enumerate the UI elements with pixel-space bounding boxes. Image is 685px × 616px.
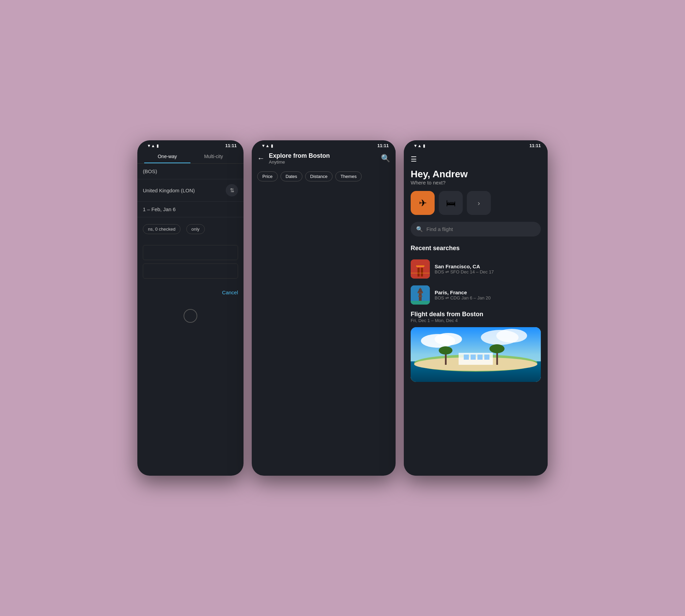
status-icons-3: ▼▲ ▮ [413,143,425,148]
battery-icon-3: ▮ [423,143,425,148]
paris-thumbnail [411,285,430,305]
signal-icon-3: ▼▲ [413,143,422,148]
greeting: Hey, Andrew Where to next? [404,166,548,191]
deals-section: Flight deals from Boston Fri, Dec 1 – Mo… [404,308,548,382]
status-icons-2: ▼▲ ▮ [261,143,273,148]
svg-rect-43 [418,296,422,297]
svg-point-47 [435,333,462,345]
paris-city: Paris, France [435,290,541,295]
map-title: Explore from Boston Anytime [269,152,381,165]
more-quick-button[interactable]: › [467,191,491,215]
from-field-text: (BOS) [143,168,238,174]
to-field-text: United Kingdom (LON) [143,188,226,193]
svg-rect-61 [484,355,489,360]
deals-image[interactable] [411,327,541,382]
svg-rect-37 [416,266,424,267]
phone-3: ▼▲ ▮ 11:11 ☰ Hey, Andrew Where to next? … [404,140,548,476]
svg-rect-35 [421,266,423,277]
more-icon: › [478,199,480,207]
time-3: 11:11 [530,143,541,148]
hotels-quick-button[interactable]: 🛏 [439,191,463,215]
flights-icon: ✈ [419,197,427,209]
tab-multi-city[interactable]: Multi-city [190,150,237,163]
more-options [137,241,244,283]
filter-pills: Price Dates Distance Themes [252,169,396,185]
svg-point-54 [439,346,452,355]
hotels-icon: 🛏 [446,197,456,209]
paris-route: BOS ⇌ CDG Jan 6 – Jan 20 [435,295,541,300]
option-field-2[interactable] [143,264,238,279]
greeting-subtext: Where to next? [411,180,541,185]
tab-one-way[interactable]: One-way [144,150,190,163]
phone-1: ▼▲ ▮ 11:11 One-way Multi-city (BOS) Unit… [137,140,244,476]
quick-actions: ✈ 🛏 › [404,191,548,222]
filter-themes[interactable]: Themes [335,171,362,181]
sf-thumb-image [411,259,430,279]
filter-price[interactable]: Price [257,171,278,181]
signal-icon-2: ▼▲ [261,143,270,148]
filter-distance[interactable]: Distance [305,171,333,181]
filter-dates[interactable]: Dates [281,171,302,181]
search-bar[interactable]: 🔍 Find a flight [411,222,541,236]
flights-quick-button[interactable]: ✈ [411,191,435,215]
sf-info: San Francisco, CA BOS ⇌ SFO Dec 14 – Dec… [435,264,541,274]
svg-point-49 [496,329,527,343]
sf-svg [411,259,430,279]
cancel-button[interactable]: Cancel [137,283,244,302]
search-icon: 🔍 [416,226,423,232]
status-bar-3: ▼▲ ▮ 11:11 [404,140,548,150]
sf-route: BOS ⇌ SFO Dec 14 – Dec 17 [435,269,541,274]
paris-thumb-image [411,285,430,305]
search-button[interactable]: 🔍 [381,154,390,163]
signal-icon: ▼▲ [147,143,155,148]
sf-city: San Francisco, CA [435,264,541,269]
status-bar-2: ▼▲ ▮ 11:11 [252,140,396,150]
sf-thumbnail [411,259,430,279]
deals-dates: Fri, Dec 1 – Mon, Dec 4 [411,318,541,323]
svg-rect-33 [411,259,430,279]
phones-container: ▼▲ ▮ 11:11 One-way Multi-city (BOS) Unit… [0,0,685,616]
deals-svg [411,327,541,382]
date-field-text: 1 – Feb, Jan 6 [143,206,238,212]
svg-rect-42 [418,292,423,293]
search-placeholder: Find a flight [426,226,453,232]
recent-item-sf[interactable]: San Francisco, CA BOS ⇌ SFO Dec 14 – Dec… [404,256,548,282]
recent-item-paris[interactable]: Paris, France BOS ⇌ CDG Jan 6 – Jan 20 [404,282,548,308]
battery-icon-2: ▮ [271,143,273,148]
svg-point-56 [489,344,505,353]
option-only[interactable]: only [186,224,205,234]
phone-3-content: ▼▲ ▮ 11:11 ☰ Hey, Andrew Where to next? … [404,140,548,476]
svg-rect-58 [464,355,469,360]
deals-title: Flight deals from Boston [411,311,541,318]
battery-icon: ▮ [157,143,159,148]
swap-button[interactable]: ⇅ [226,184,238,196]
to-field[interactable]: United Kingdom (LON) ⇅ [137,179,244,202]
home-indicator-1 [184,309,197,323]
option-bags[interactable]: ns, 0 checked [143,224,180,234]
greeting-headline: Hey, Andrew [411,169,541,180]
hamburger-menu[interactable]: ☰ [404,150,548,166]
status-bar-1: ▼▲ ▮ 11:11 [137,140,244,150]
time-1: 11:11 [225,143,237,148]
status-icons-1: ▼▲ ▮ [147,143,159,148]
time-2: 11:11 [377,143,389,148]
back-button[interactable]: ← [257,154,265,163]
paris-svg [411,285,430,305]
options-row: ns, 0 checked only [137,217,244,241]
option-field-1[interactable] [143,245,238,260]
map-title-text: Explore from Boston [269,152,381,159]
date-field[interactable]: 1 – Feb, Jan 6 [137,202,244,217]
svg-rect-44 [411,301,430,305]
map-header: ← Explore from Boston Anytime 🔍 [252,150,396,169]
phone-2: ▼▲ ▮ 11:11 ← Explore from Boston Anytime… [252,140,396,476]
paris-info: Paris, France BOS ⇌ CDG Jan 6 – Jan 20 [435,290,541,300]
from-field[interactable]: (BOS) [137,164,244,179]
svg-rect-34 [418,266,420,277]
tabs-row: One-way Multi-city [137,150,244,164]
map-subtitle: Anytime [269,159,381,165]
svg-rect-59 [471,355,476,360]
svg-rect-60 [477,355,483,360]
recent-searches-title: Recent searches [404,245,548,256]
